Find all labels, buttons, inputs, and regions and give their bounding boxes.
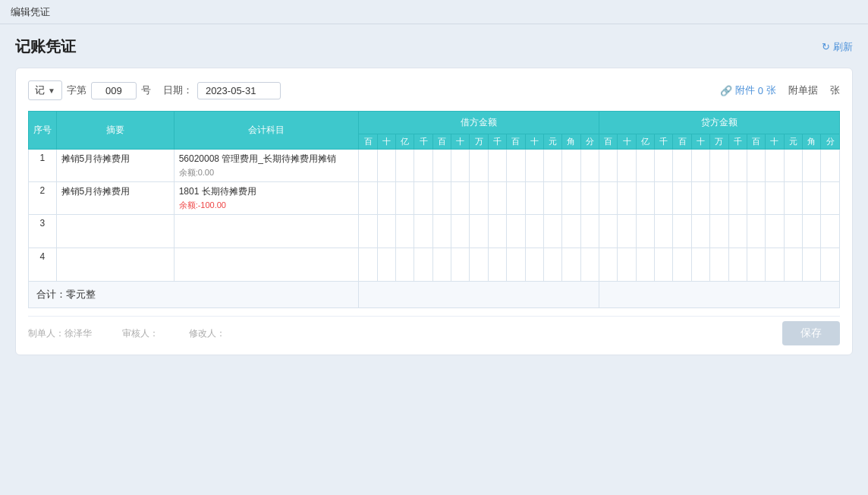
row-2-debit-3[interactable] (414, 215, 432, 248)
row-0-debit-4[interactable] (432, 150, 451, 182)
row-1-debit-10[interactable] (543, 182, 561, 215)
row-2-debit-8[interactable] (507, 215, 525, 248)
row-3-debit-2[interactable] (396, 248, 414, 282)
row-1-debit-11[interactable] (562, 182, 580, 215)
row-0-credit-5[interactable] (691, 150, 709, 182)
row-2-debit-4[interactable] (432, 215, 451, 248)
row-1-debit-4[interactable] (432, 182, 451, 215)
voucher-number-input[interactable] (91, 82, 137, 99)
row-1-credit-2[interactable] (636, 182, 654, 215)
row-0-debit-0[interactable] (359, 150, 377, 182)
row-3-debit-10[interactable] (543, 248, 561, 282)
row-3-credit-3[interactable] (655, 248, 673, 282)
row-0-credit-8[interactable] (747, 150, 765, 182)
row-3-credit-5[interactable] (691, 248, 709, 282)
row-1-debit-9[interactable] (525, 182, 543, 215)
row-0-debit-2[interactable] (396, 150, 414, 182)
row-1-credit-10[interactable] (784, 182, 802, 215)
row-0-credit-4[interactable] (673, 150, 691, 182)
refresh-button[interactable]: ↻ 刷新 (822, 40, 853, 54)
row-2-credit-11[interactable] (802, 215, 820, 248)
row-3-account[interactable] (174, 248, 359, 282)
row-3-credit-2[interactable] (636, 248, 654, 282)
row-0-credit-1[interactable] (618, 150, 636, 182)
row-1-credit-9[interactable] (766, 182, 784, 215)
row-2-debit-7[interactable] (488, 215, 506, 248)
row-0-debit-8[interactable] (507, 150, 525, 182)
row-2-credit-1[interactable] (618, 215, 636, 248)
row-1-debit-3[interactable] (414, 182, 432, 215)
row-1-account[interactable]: 1801 长期待摊费用余额:-100.00 (174, 182, 359, 215)
type-select[interactable]: 记 ▼ (28, 80, 62, 100)
row-1-credit-6[interactable] (710, 182, 728, 215)
row-3-credit-7[interactable] (728, 248, 747, 282)
row-1-credit-7[interactable] (728, 182, 747, 215)
row-1-credit-1[interactable] (618, 182, 636, 215)
row-0-debit-11[interactable] (562, 150, 580, 182)
row-2-credit-12[interactable] (821, 215, 840, 248)
row-1-debit-7[interactable] (488, 182, 506, 215)
row-0-credit-0[interactable] (599, 150, 618, 182)
row-3-debit-1[interactable] (377, 248, 395, 282)
row-0-credit-11[interactable] (802, 150, 820, 182)
row-1-debit-5[interactable] (451, 182, 470, 215)
row-2-account[interactable] (174, 215, 359, 248)
row-3-credit-9[interactable] (766, 248, 784, 282)
row-2-credit-2[interactable] (636, 215, 654, 248)
row-3-debit-0[interactable] (359, 248, 377, 282)
row-2-debit-11[interactable] (562, 215, 580, 248)
row-0-debit-3[interactable] (414, 150, 432, 182)
row-0-credit-3[interactable] (655, 150, 673, 182)
row-0-debit-7[interactable] (488, 150, 506, 182)
row-1-credit-0[interactable] (599, 182, 618, 215)
row-2-debit-12[interactable] (580, 215, 599, 248)
row-2-debit-2[interactable] (396, 215, 414, 248)
row-3-credit-1[interactable] (618, 248, 636, 282)
row-3-debit-6[interactable] (470, 248, 488, 282)
row-1-debit-6[interactable] (470, 182, 488, 215)
row-0-debit-12[interactable] (580, 150, 599, 182)
row-3-credit-6[interactable] (710, 248, 728, 282)
row-3-debit-12[interactable] (580, 248, 599, 282)
row-3-debit-11[interactable] (562, 248, 580, 282)
row-2-debit-6[interactable] (470, 215, 488, 248)
row-0-credit-7[interactable] (728, 150, 747, 182)
row-1-debit-12[interactable] (580, 182, 599, 215)
row-3-debit-9[interactable] (525, 248, 543, 282)
row-3-debit-3[interactable] (414, 248, 432, 282)
row-3-debit-8[interactable] (507, 248, 525, 282)
row-2-credit-0[interactable] (599, 215, 618, 248)
save-button[interactable]: 保存 (782, 321, 840, 345)
row-0-debit-6[interactable] (470, 150, 488, 182)
row-2-debit-1[interactable] (377, 215, 395, 248)
row-1-debit-0[interactable] (359, 182, 377, 215)
row-1-debit-2[interactable] (396, 182, 414, 215)
row-2-credit-7[interactable] (728, 215, 747, 248)
row-0-debit-9[interactable] (525, 150, 543, 182)
row-0-debit-1[interactable] (377, 150, 395, 182)
row-1-credit-3[interactable] (655, 182, 673, 215)
row-2-credit-10[interactable] (784, 215, 802, 248)
row-0-credit-2[interactable] (636, 150, 654, 182)
row-3-credit-11[interactable] (802, 248, 820, 282)
row-3-debit-5[interactable] (451, 248, 470, 282)
row-2-credit-5[interactable] (691, 215, 709, 248)
row-3-debit-7[interactable] (488, 248, 506, 282)
row-2-credit-4[interactable] (673, 215, 691, 248)
row-0-credit-12[interactable] (821, 150, 840, 182)
row-2-debit-5[interactable] (451, 215, 470, 248)
row-0-summary[interactable]: 摊销5月待摊费用 (56, 150, 174, 182)
attachment-link[interactable]: 🔗 附件 0 张 (720, 84, 776, 97)
row-2-debit-0[interactable] (359, 215, 377, 248)
row-2-summary[interactable] (56, 215, 174, 248)
row-0-credit-10[interactable] (784, 150, 802, 182)
row-0-credit-6[interactable] (710, 150, 728, 182)
row-1-credit-5[interactable] (691, 182, 709, 215)
row-2-credit-8[interactable] (747, 215, 765, 248)
row-1-credit-11[interactable] (802, 182, 820, 215)
row-2-credit-3[interactable] (655, 215, 673, 248)
row-3-credit-0[interactable] (599, 248, 618, 282)
row-2-debit-10[interactable] (543, 215, 561, 248)
row-1-credit-4[interactable] (673, 182, 691, 215)
row-1-summary[interactable]: 摊销5月待摊费用 (56, 182, 174, 215)
